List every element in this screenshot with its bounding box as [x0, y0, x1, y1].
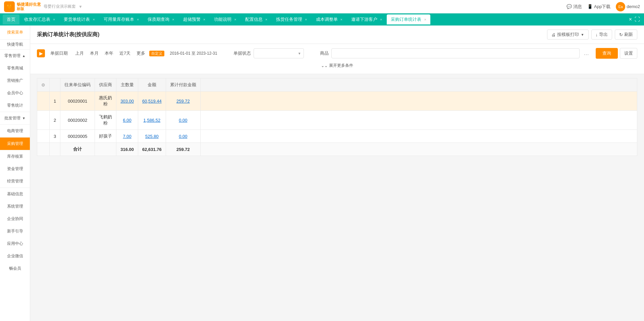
sidebar-item-newbie[interactable]: 新手引导 — [0, 225, 30, 237]
shortcut-this-year[interactable]: 本年 — [103, 50, 115, 57]
row-paid[interactable]: 0.00 — [166, 111, 200, 130]
date-range-display: 2016-01-01 至 2023-12-31 — [170, 51, 217, 56]
tab-close-baozhiQiChaxun[interactable]: × — [172, 17, 174, 21]
tab-close-chaochu[interactable]: × — [203, 17, 205, 21]
tab-keyongLiangKuCun[interactable]: 可用量库存账本 × — [100, 14, 143, 24]
filter-shortcuts: 上月 本月 本年 近7天 更多 自定义 — [73, 50, 164, 57]
tab-close-gongnengShuoming[interactable]: × — [234, 17, 236, 21]
expand-more-button[interactable]: ⌄⌄ 展开更多条件 — [321, 63, 353, 68]
shortcut-7days[interactable]: 近7天 — [117, 50, 132, 57]
row-extra — [200, 111, 637, 130]
goods-filter-input[interactable] — [331, 48, 580, 58]
tab-peizhiXinxi[interactable]: 配置信息 × — [241, 14, 271, 24]
message-button[interactable]: 💬 消息 — [567, 4, 582, 10]
row-seq: 3 — [50, 130, 60, 143]
sidebar-item-retail-store[interactable]: 零售商城 — [0, 62, 30, 74]
sidebar-item-app-center[interactable]: 应用中心 — [0, 237, 30, 250]
sidebar-item-system[interactable]: 系统管理 — [0, 200, 30, 213]
row-quantity[interactable]: 6.00 — [116, 111, 138, 130]
date-range-text: 2016-01-01 至 2023-12-31 — [170, 51, 217, 56]
sidebar-item-inventory[interactable]: 库存核算 — [0, 150, 30, 163]
refresh-button[interactable]: ↻ 刷新 — [615, 30, 637, 40]
footer-paid: 259.72 — [166, 143, 200, 156]
message-icon: 💬 — [567, 4, 572, 9]
row-supplier: 惠氏奶粉 — [95, 92, 116, 111]
row-amount[interactable]: 60,519.44 — [138, 92, 166, 111]
row-paid[interactable]: 0.00 — [166, 130, 200, 143]
status-filter-label: 单据状态 — [233, 50, 251, 56]
sidebar-search-button[interactable]: 搜索菜单 — [2, 28, 28, 37]
shortcut-last-month[interactable]: 上月 — [73, 50, 86, 57]
tab-caigouDanTongji[interactable]: 采购订单统计表 × — [387, 14, 430, 24]
expand-down-icon: ⌄⌄ — [321, 63, 328, 68]
sidebar-item-ecommerce[interactable]: 电商管理 — [0, 125, 30, 137]
tab-chaochu[interactable]: 超储预警 × — [179, 14, 209, 24]
tab-close-paihuoRenwu[interactable]: × — [305, 17, 307, 21]
sidebar-item-marketing[interactable]: 营销推广 — [0, 74, 30, 87]
row-paid[interactable]: 259.72 — [166, 92, 200, 111]
sidebar-item-retail[interactable]: 零售管理 ▲ — [0, 50, 30, 62]
sidebar-item-wholesale[interactable]: 批发管理 ▼ — [0, 112, 30, 124]
logo-text: 畅捷通好生意 标版 — [17, 2, 41, 11]
sidebar-item-retail-stats[interactable]: 零售统计 — [0, 99, 30, 112]
footer-empty-supplier — [95, 143, 116, 156]
tab-baozhiQiChaxun[interactable]: 保质期查询 × — [144, 14, 178, 24]
export-button[interactable]: ↓ 导出 — [591, 30, 612, 40]
tab-gongnengShuoming[interactable]: 功能说明 × — [210, 14, 240, 24]
app-download-button[interactable]: 📱 App下载 — [587, 4, 610, 10]
breadcrumb-dropdown-icon[interactable]: ▼ — [78, 4, 83, 9]
goods-filter-more-btn[interactable]: … — [582, 50, 590, 56]
sidebar-item-enterprise[interactable]: 企业协同 — [0, 213, 30, 225]
row-amount[interactable]: 525.80 — [138, 130, 166, 143]
shortcut-this-month[interactable]: 本月 — [88, 50, 101, 57]
row-amount[interactable]: 1,586.52 — [138, 111, 166, 130]
sidebar-item-operation[interactable]: 经营管理 — [0, 175, 30, 188]
sidebar: 搜索菜单 快捷导航 零售管理 ▲ 零售商城 营销推广 会员中心 零售统计 批发管… — [0, 25, 30, 321]
custom-badge[interactable]: 自定义 — [149, 51, 164, 56]
tab-yaohuoDanTongji[interactable]: 要货单统计表 × — [60, 14, 99, 24]
tab-close-yaoqingXiayou[interactable]: × — [380, 17, 382, 21]
tab-close-shoufaHuizong[interactable]: × — [53, 17, 55, 21]
page-header: 采购订单统计表(按供应商) 🖨 按模板打印 ▼ ↓ 导出 ↻ 刷新 — [30, 25, 644, 44]
sidebar-item-wechat[interactable]: 企业微信 — [0, 250, 30, 262]
row-extra — [200, 130, 637, 143]
tab-close-keyongLiangKuCun[interactable]: × — [137, 17, 139, 21]
column-settings-icon[interactable]: ⚙ — [41, 83, 45, 88]
date-filter-label: 单据日期 — [50, 50, 68, 56]
tab-close-yaohuoDanTongji[interactable]: × — [93, 17, 95, 21]
shortcut-more[interactable]: 更多 — [135, 50, 147, 57]
sidebar-item-capital[interactable]: 资金管理 — [0, 163, 30, 175]
col-amount: 金额 — [138, 78, 166, 92]
print-button[interactable]: 🖨 按模板打印 ▼ — [547, 30, 589, 40]
goods-filter-label: 商品 — [320, 50, 329, 56]
footer-label: 合计 — [60, 143, 95, 156]
sidebar-item-purchase[interactable]: 采购管理 — [0, 138, 30, 150]
tab-yaoqingXiayou[interactable]: 邀请下游客户 × — [347, 14, 386, 24]
row-unit-code: 00020001 — [60, 92, 95, 111]
sidebar-item-basic[interactable]: 基础信息 — [0, 188, 30, 200]
sidebar-quick-nav-button[interactable]: 快捷导航 — [0, 40, 30, 50]
user-avatar-area[interactable]: Ea demo2 — [616, 2, 640, 11]
tab-shoufaHuizong[interactable]: 收发存汇总表 × — [20, 14, 59, 24]
tab-close-chengbenTiaozheng[interactable]: × — [340, 17, 342, 21]
table-header-row: ⚙ 往来单位编码 供应商 主数量 金额 累计付款金额 — [37, 78, 637, 92]
tab-chengbenTiaozheng[interactable]: 成本调整单 × — [312, 14, 346, 24]
filter-row-1: ▶ 单据日期 上月 本月 本年 近7天 更多 自定义 2016-01-01 至 … — [37, 48, 637, 59]
filter-settings-button[interactable]: 设置 — [620, 48, 637, 59]
tab-bar-close-btn[interactable]: × — [629, 16, 632, 22]
status-select[interactable] — [254, 48, 304, 58]
sidebar-item-vip[interactable]: 畅会员 — [0, 262, 30, 275]
sidebar-item-member[interactable]: 会员中心 — [0, 87, 30, 99]
tab-home[interactable]: 首页 — [3, 14, 19, 24]
status-filter-group: 单据状态 — [233, 48, 304, 58]
top-bar-left: 🧡 畅捷通好生意 标版 母婴行业演示账套 ▼ — [4, 1, 83, 12]
row-quantity[interactable]: 7.00 — [116, 130, 138, 143]
tab-close-peizhiXinxi[interactable]: × — [265, 17, 267, 21]
tab-paihuoRenwu[interactable]: 拣货任务管理 × — [272, 14, 311, 24]
row-quantity[interactable]: 303.00 — [116, 92, 138, 111]
col-paid: 累计付款金额 — [166, 78, 200, 92]
filter-toggle-button[interactable]: ▶ — [37, 49, 45, 57]
tab-bar-fullscreen-btn[interactable]: ⛶ — [635, 16, 640, 22]
tab-close-caigouDanTongji[interactable]: × — [424, 17, 426, 21]
query-button[interactable]: 查询 — [596, 48, 618, 59]
